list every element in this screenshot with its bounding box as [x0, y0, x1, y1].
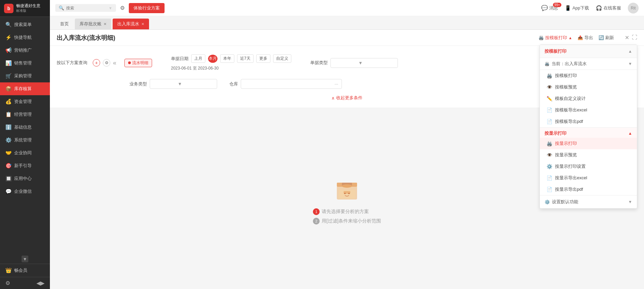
tab-inventory-flow[interactable]: 出入库流水 ✕ — [113, 19, 149, 29]
settings-bottom-icon[interactable]: ⚙ — [5, 280, 10, 286]
date-btn-custom[interactable]: 自定义 — [273, 54, 291, 63]
collapse-up-icon: ∧ — [331, 96, 335, 101]
sidebar-item-basic-info[interactable]: ℹ️ 基础信息 — [0, 121, 50, 134]
tab-home[interactable]: 首页 — [55, 19, 74, 29]
dropdown-item-display-preview[interactable]: 👁️ 按显示预览 — [540, 149, 637, 161]
search-dropdown-arrow[interactable]: ▼ — [109, 6, 112, 10]
filter-add-btn[interactable]: + — [93, 59, 100, 67]
sidebar-scroll-down[interactable]: ▼ — [22, 256, 28, 262]
topbar: 🔍 ▼ ⚙ 体验行业方案 💬 消息 99+ 📱 App下载 🎧 在线客服 Rit — [50, 0, 644, 16]
sidebar-item-guide[interactable]: 🎯 新手引导 — [0, 159, 50, 172]
dropdown-item-template-design[interactable]: ✏️ 模板自定义设计 — [540, 93, 637, 104]
date-range: 2023-06-01 至 2023-06-30 — [171, 65, 291, 71]
app-download-btn[interactable]: 📱 App下载 — [565, 5, 589, 11]
warehouse-select[interactable]: ··· — [241, 79, 342, 89]
user-avatar[interactable]: Rit — [628, 3, 639, 14]
step-num-1: 1 — [313, 208, 320, 215]
display-preview-icon: 👁️ — [547, 152, 552, 158]
dropdown-item-template-preview[interactable]: 👁️ 按模板预览 — [540, 81, 637, 93]
refresh-btn[interactable]: 🔄 刷新 — [598, 35, 614, 41]
template-preview-icon: 👁️ — [547, 84, 552, 90]
main-area: 🔍 ▼ ⚙ 体验行业方案 💬 消息 99+ 📱 App下载 🎧 在线客服 Rit — [50, 0, 644, 289]
collapse-icon[interactable]: ◀▶ — [36, 280, 45, 286]
sidebar-item-quick-nav[interactable]: ⚡ 快捷导航 — [0, 31, 50, 44]
business-type-select[interactable]: ▼ — [150, 79, 217, 89]
date-btn-more[interactable]: 更多 — [256, 54, 270, 63]
print-icon: 🖨️ — [538, 35, 544, 40]
sidebar-item-sales[interactable]: 📊 销售管理 — [0, 57, 50, 70]
close-icon[interactable]: ✕ — [625, 34, 629, 41]
voucher-type-label: 单据类型 — [310, 60, 328, 66]
tab-close-flow[interactable]: ✕ — [141, 22, 144, 26]
dropdown-item-template-pdf[interactable]: 📄 按模板导出pdf — [540, 116, 637, 127]
dropdown-section2-header: 按显示打印 ▲ — [540, 127, 637, 138]
template-print-icon: 🖨️ — [547, 73, 552, 78]
display-print-icon: 🖨️ — [547, 141, 552, 146]
dropdown-collapse-icon[interactable]: ▲ — [628, 49, 632, 54]
sidebar-item-search[interactable]: 🔍 搜索菜单 — [0, 18, 50, 31]
dropdown-item-template-excel[interactable]: 📄 按模板导出excel — [540, 104, 637, 116]
wechat-icon: 💬 — [5, 188, 11, 194]
logo-sub: 标准版 — [16, 8, 40, 13]
sidebar-item-operations[interactable]: 📋 经营管理 — [0, 108, 50, 121]
tab-close-batch[interactable]: ✕ — [104, 22, 107, 26]
warehouse-more-icon[interactable]: ··· — [334, 81, 338, 86]
search-box[interactable]: 🔍 ▼ — [55, 4, 116, 12]
business-type-container: 业务类型 ▼ — [129, 79, 217, 89]
template-design-icon: ✏️ — [547, 96, 552, 101]
win-controls: ✕ ⛶ — [625, 34, 637, 41]
sidebar-item-finance[interactable]: 💰 资金管理 — [0, 95, 50, 108]
member-icon: 👑 — [5, 267, 11, 273]
dropdown-current[interactable]: 🖨️ 当前：出入库流水 ▼ — [540, 58, 637, 70]
footer-arrow-icon[interactable]: ▼ — [628, 200, 632, 204]
date-btn-last-month[interactable]: 上月 — [191, 54, 205, 63]
filter-type-tag[interactable]: 流水明细 — [124, 59, 152, 67]
dropdown-footer[interactable]: ⚙️ 设置默认功能 ▼ — [540, 195, 637, 208]
dropdown-item-display-excel[interactable]: 📄 按显示导出excel — [540, 172, 637, 184]
current-arrow-icon[interactable]: ▼ — [628, 61, 632, 66]
dropdown-title: 按模板打印 — [545, 48, 566, 54]
topbar-gear-icon[interactable]: ⚙ — [120, 5, 125, 11]
logo-text: 畅捷通好生意 — [16, 3, 40, 9]
sidebar-item-marketing[interactable]: 📢 营销推广 — [0, 44, 50, 57]
export-btn[interactable]: 📤 导出 — [578, 35, 593, 41]
tab-inventory-batch[interactable]: 库存批次账 ✕ — [75, 19, 111, 29]
sidebar-item-collab[interactable]: 🤝 企业协同 — [0, 147, 50, 159]
print-btn[interactable]: 🖨️ 按模板打印 ▲ — [538, 35, 572, 41]
search-icon: 🔍 — [5, 22, 11, 28]
topbar-right: 💬 消息 99+ 📱 App下载 🎧 在线客服 Rit — [541, 3, 639, 14]
sidebar-item-inventory[interactable]: 📦 库存核算 — [0, 82, 50, 95]
filter-expand-icon[interactable]: « — [113, 59, 116, 67]
date-btn-7days[interactable]: 近7天 — [237, 54, 254, 63]
dropdown-item-display-pdf[interactable]: 📄 按显示导出pdf — [540, 184, 637, 195]
sidebar-item-member[interactable]: 👑 畅会员 — [0, 264, 50, 277]
basic-info-icon: ℹ️ — [5, 124, 11, 130]
online-service-btn[interactable]: 🎧 在线客服 — [596, 5, 621, 11]
sidebar-item-purchase[interactable]: 🛒 采购管理 — [0, 70, 50, 82]
expand-icon[interactable]: ⛶ — [632, 34, 637, 41]
dropdown-item-display-print[interactable]: 🖨️ 按显示打印 — [540, 138, 637, 149]
section2-arrow-icon[interactable]: ▲ — [628, 131, 632, 136]
page-actions: 🖨️ 按模板打印 ▲ 📤 导出 🔄 刷新 ✕ ⛶ 按模板打印 ▲ — [538, 34, 637, 41]
filter-gear-btn[interactable]: ⚙ — [103, 59, 110, 67]
search-input[interactable] — [66, 6, 107, 10]
purchase-icon: 🛒 — [5, 73, 11, 79]
dropdown-item-display-settings[interactable]: ⚙️ 按显示打印设置 — [540, 161, 637, 172]
sidebar-item-app-center[interactable]: 🔲 应用中心 — [0, 172, 50, 185]
display-settings-icon: ⚙️ — [547, 164, 552, 169]
voucher-type-arrow: ▼ — [358, 60, 363, 65]
logo-icon: b — [4, 4, 13, 13]
sidebar-item-system[interactable]: ⚙️ 系统管理 — [0, 134, 50, 147]
voucher-type-select[interactable]: ▼ — [330, 58, 398, 68]
date-btn-this-year[interactable]: 本年 — [220, 54, 234, 63]
template-excel-icon: 📄 — [547, 107, 552, 113]
page-header: 出入库流水(流水明细) 🖨️ 按模板打印 ▲ 📤 导出 🔄 刷新 ✕ ⛶ — [50, 30, 644, 46]
sidebar-item-wechat[interactable]: 💬 企业微信 — [0, 185, 50, 198]
dropdown-header: 按模板打印 ▲ — [540, 45, 637, 58]
dropdown-item-template-print[interactable]: 🖨️ 按模板打印 — [540, 70, 637, 81]
tabbar: 首页 库存批次账 ✕ 出入库流水 ✕ — [50, 16, 644, 30]
message-btn[interactable]: 💬 消息 99+ — [541, 5, 558, 11]
date-btn-this-month[interactable]: 本月 — [208, 55, 217, 63]
collapse-btn[interactable]: ∧ 收起更多条件 — [329, 93, 364, 103]
industry-btn[interactable]: 体验行业方案 — [129, 3, 165, 13]
